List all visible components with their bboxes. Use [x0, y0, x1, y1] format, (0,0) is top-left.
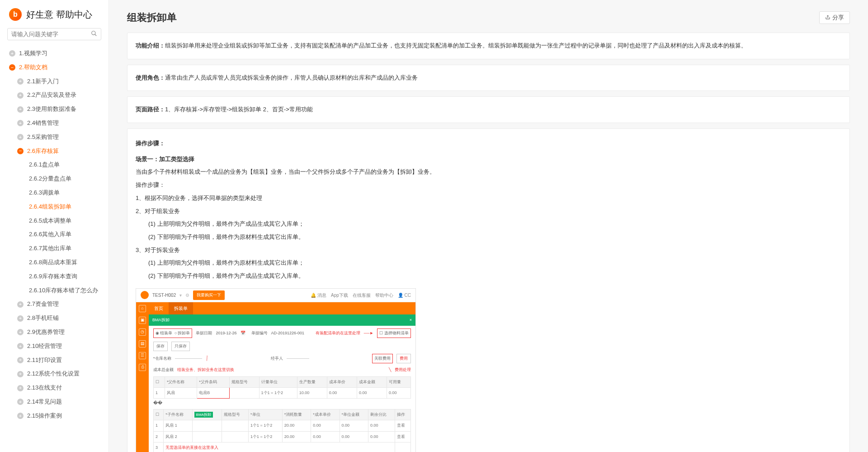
- nav-2-6-7[interactable]: 2.6.7其他出库单: [0, 242, 108, 256]
- scene1-desc: 当由多个子件材料组装成一个成品的业务为【组装】业务，当由一个父件拆分成多个子产品…: [136, 167, 841, 178]
- ss-anno-2: 组装业务、拆卸业务在这里切换: [177, 366, 234, 374]
- nav-2-15[interactable]: 2.15操作案例: [0, 409, 108, 423]
- ss-bell-icon: 🔔 消息: [311, 291, 326, 300]
- nav-2-6-5[interactable]: 2.6.5成本调整单: [0, 214, 108, 228]
- nav-2-2[interactable]: 2.2产品安装及登录: [0, 88, 108, 102]
- share-icon: [825, 14, 830, 21]
- search-input[interactable]: [11, 31, 91, 38]
- nav-tree: 1.视频学习 2.帮助文档 2.1新手入门 2.2产品安装及登录 2.3使用前数…: [0, 47, 108, 423]
- intro-text: 组装拆卸单用来处理企业组装或拆卸等加工业务，支持有固定装配清单的产品加工业务，也…: [165, 42, 747, 49]
- nav-2-9[interactable]: 2.9优惠券管理: [0, 325, 108, 339]
- nav-2-7[interactable]: 2.7资金管理: [0, 297, 108, 311]
- nav-2-8[interactable]: 2.8手机旺铺: [0, 311, 108, 325]
- svg-line-1: [95, 34, 97, 36]
- steps-header: 操作步骤：: [136, 140, 165, 147]
- logo: b 好生意 帮助中心: [0, 8, 108, 28]
- intro-card: 功能介绍：组装拆卸单用来处理企业组装或拆卸等加工业务，支持有固定装配清单的产品加…: [127, 33, 850, 59]
- svg-point-0: [92, 31, 95, 35]
- step-3: 3、对于拆装业务: [136, 245, 841, 256]
- ss-child-table: ☐*子件名称BMA拆卸规格型号*单位*消耗数量*成本单价*单位金额剩余分比操作1…: [153, 409, 411, 452]
- embedded-screenshot: TEST-H002 ▾ ⚙ 我要购买一下 🔔 消息 App下载 在线客服 帮助中…: [136, 288, 416, 452]
- nav-2-4[interactable]: 2.4销售管理: [0, 116, 108, 130]
- step-2a: (1) 上部明细为父件明细，最终作为产成品生成其它入库单；: [136, 219, 841, 230]
- ss-company: TEST-H002: [152, 291, 176, 300]
- steps-sub: 操作步骤：: [136, 180, 841, 191]
- path-card: 页面路径：1、库存核算->库存管理->组装拆卸单 2、首页->常用功能: [127, 96, 850, 123]
- logo-icon: b: [9, 8, 22, 21]
- role-text: 通常由生产人员或库管人员完成拆装业务的操作，库管人员确认原材料的出库和产成品的入…: [165, 74, 418, 81]
- nav-2-6[interactable]: 2.6库存核算: [0, 144, 108, 158]
- role-label: 使用角色：: [136, 74, 165, 81]
- nav-2-11[interactable]: 2.11打印设置: [0, 353, 108, 367]
- ss-sidebar: ⌂▣◷▤☰⎙: [136, 302, 149, 452]
- main-content: 组装拆卸单 分享 功能介绍：组装拆卸单用来处理企业组装或拆卸等加工业务，支持有固…: [108, 0, 868, 452]
- nav-2-6-2[interactable]: 2.6.2分量盘点单: [0, 172, 108, 186]
- nav-2-6-8[interactable]: 2.6.8商品成本重算: [0, 256, 108, 270]
- nav-2-6-9[interactable]: 2.6.9库存账本查询: [0, 270, 108, 284]
- nav-2-1[interactable]: 2.1新手入门: [0, 75, 108, 89]
- nav-2-6-6[interactable]: 2.6.6其他入库单: [0, 228, 108, 242]
- page-title: 组装拆卸单: [127, 11, 177, 24]
- role-card: 使用角色：通常由生产人员或库管人员完成拆装业务的操作，库管人员确认原材料的出库和…: [127, 65, 850, 91]
- ss-tab-form: 拆装单: [169, 302, 193, 314]
- nav-video[interactable]: 1.视频学习: [0, 47, 108, 61]
- nav-2-6-4[interactable]: 2.6.4组装拆卸单: [0, 200, 108, 214]
- nav-2-6-3[interactable]: 2.6.3调拨单: [0, 186, 108, 200]
- nav-2-5[interactable]: 2.5采购管理: [0, 130, 108, 144]
- ss-parent-table: ☐*父件名称*父件条码规格型号计量单位生产数量成本单价成本金额可用量 1风扇电扇…: [153, 376, 411, 399]
- logo-text: 好生意 帮助中心: [26, 9, 92, 21]
- nav-2-14[interactable]: 2.14常见问题: [0, 395, 108, 409]
- ss-anno-3: 费用处理: [395, 366, 411, 374]
- path-text: 1、库存核算->库存管理->组装拆卸单 2、首页->常用功能: [165, 106, 313, 113]
- ss-avatar-icon: 👤 CC: [398, 291, 411, 300]
- intro-label: 功能介绍：: [136, 42, 165, 49]
- share-button[interactable]: 分享: [819, 11, 850, 24]
- nav-2-12[interactable]: 2.12系统个性化设置: [0, 367, 108, 381]
- ss-logo-icon: [141, 291, 149, 299]
- ss-gear-icon: ⚙: [185, 291, 189, 300]
- nav-2-6-10[interactable]: 2.6.10库存账本错了怎么办: [0, 284, 108, 298]
- steps-card: 操作步骤： 场景一：加工类型选择 当由多个子件材料组装成一个成品的业务为【组装】…: [127, 128, 850, 452]
- path-label: 页面路径：: [136, 106, 165, 113]
- scene1-title: 场景一：加工类型选择: [136, 156, 194, 162]
- ss-anno-1: 有装配清单的在这里处理: [316, 329, 360, 337]
- sidebar: b 好生意 帮助中心 1.视频学习 2.帮助文档 2.1新手入门 2.2产品安装…: [0, 0, 108, 452]
- step-2b: (2) 下部明细为子件明细，最终作为原材料生成其它出库单。: [136, 232, 841, 243]
- nav-2-10[interactable]: 2.10经营管理: [0, 339, 108, 353]
- step-3b: (2) 下部明细为子件明细，最终作为产成品生成其它入库单。: [136, 271, 841, 282]
- nav-2-13[interactable]: 2.13在线支付: [0, 381, 108, 395]
- ss-anno-4: 无需选清单的直接在这里录入: [165, 445, 218, 450]
- search-box[interactable]: [7, 28, 101, 40]
- ss-buy-button: 我要购买一下: [193, 290, 225, 300]
- nav-2-6-1[interactable]: 2.6.1盘点单: [0, 158, 108, 172]
- step-2: 2、对于组装业务: [136, 206, 841, 217]
- search-icon[interactable]: [91, 30, 97, 38]
- step-3a: (1) 上部明细为父件明细，最终作为原材料生成其它出库单；: [136, 257, 841, 269]
- nav-docs[interactable]: 2.帮助文档: [0, 61, 108, 75]
- ss-tab-home: 首页: [149, 302, 169, 314]
- step-1: 1、根据不同的业务，选择不同单据的类型来处理: [136, 193, 841, 204]
- nav-2-3[interactable]: 2.3使用前数据准备: [0, 102, 108, 116]
